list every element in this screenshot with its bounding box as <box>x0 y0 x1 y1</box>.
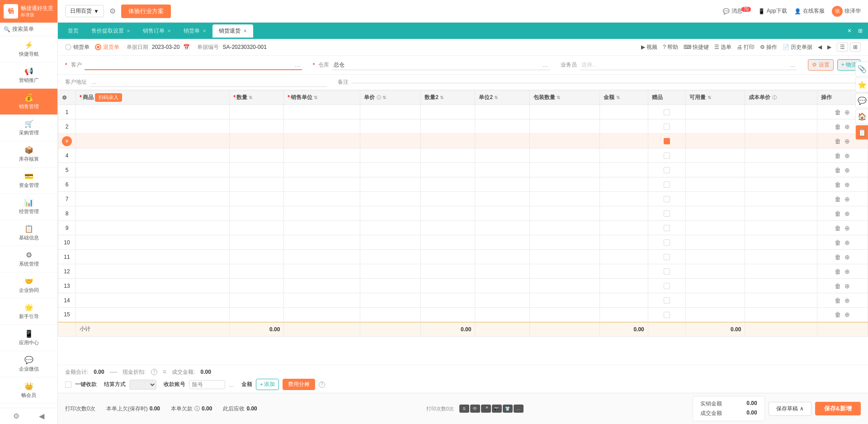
delete-row-1[interactable]: 🗑 <box>834 108 842 117</box>
product-cell-4[interactable] <box>76 148 230 163</box>
delete-row-13[interactable]: 🗑 <box>834 281 842 291</box>
unit-cell-1[interactable] <box>284 105 360 119</box>
cost-cell-3[interactable] <box>745 134 817 148</box>
right-panel-orange[interactable]: 📋 <box>855 125 868 140</box>
tab-close-sales-return[interactable]: ✕ <box>243 29 247 33</box>
sort-icon-avail[interactable]: ⇅ <box>708 95 711 100</box>
select-bill-btn[interactable]: ☰ 选单 <box>714 43 731 51</box>
history-btn[interactable]: 📄 历史单据 <box>783 43 812 51</box>
price-cell-3[interactable] <box>360 134 421 148</box>
right-panel-attach[interactable]: 📎 <box>855 62 868 76</box>
shortcut-btn[interactable]: ⌨ 快捷键 <box>684 43 709 51</box>
info-icon-price[interactable]: ⓘ <box>377 95 381 100</box>
avail-cell-2[interactable] <box>686 119 745 134</box>
amount-cell-3[interactable] <box>600 134 648 148</box>
add-row-btn[interactable]: + <box>62 136 72 146</box>
operate-btn[interactable]: ⚙ 操作 <box>760 43 777 51</box>
tab-sales-bill[interactable]: 销货单 ✕ <box>177 24 212 38</box>
tab-home[interactable]: 首页 <box>61 24 85 38</box>
price-cell-1[interactable] <box>360 105 421 119</box>
user-avatar[interactable]: 徐 徐泽华 <box>832 6 861 17</box>
sidebar-item-quick-nav[interactable]: ⚡ 快捷导航 <box>0 36 57 62</box>
settings-footer-icon[interactable]: ⚙ <box>13 412 19 420</box>
collapse-icon[interactable]: ◀ <box>39 412 44 420</box>
delete-row-6[interactable]: 🗑 <box>834 180 842 189</box>
copy-row-3[interactable]: ⊕ <box>844 137 851 146</box>
next-bill-btn[interactable]: ▶ <box>827 44 831 50</box>
delete-row-10[interactable]: 🗑 <box>834 238 842 247</box>
amount-cell-2[interactable] <box>600 119 648 134</box>
right-panel-chat[interactable]: 💬 <box>855 93 868 108</box>
delete-row-2[interactable]: 🗑 <box>834 122 842 131</box>
tab-price-extract[interactable]: 售价提取设置 ✕ <box>85 24 137 38</box>
radio-sale[interactable]: 销货单 <box>65 43 90 51</box>
account-input[interactable] <box>189 380 225 389</box>
tab-close-sales-order[interactable]: ✕ <box>167 29 171 33</box>
sort-icon[interactable]: ⇅ <box>249 95 252 100</box>
sort-icon-pkg[interactable]: ⇅ <box>557 95 560 100</box>
tab-close-sales-bill[interactable]: ✕ <box>203 29 206 33</box>
scan-btn[interactable]: 扫码录入 <box>95 93 122 102</box>
right-panel-star[interactable]: ⭐ <box>855 77 868 92</box>
gift-cell-2[interactable] <box>648 119 686 134</box>
copy-row-9[interactable]: ⊕ <box>844 224 851 233</box>
sort-icon-unit[interactable]: ⇅ <box>314 95 317 100</box>
sidebar-item-collab[interactable]: 🤝 企业协同 <box>0 272 57 299</box>
sidebar-item-finance[interactable]: 💳 资金管理 <box>0 167 57 194</box>
info-icon-cost[interactable]: ⓘ <box>772 95 777 100</box>
product-input-3[interactable] <box>80 138 226 144</box>
sort-icon-qty2[interactable]: ⇅ <box>440 95 443 100</box>
delete-row-11[interactable]: 🗑 <box>834 252 842 262</box>
delete-row-15[interactable]: 🗑 <box>834 310 842 319</box>
one-click-checkbox[interactable] <box>65 381 71 388</box>
product-cell-3[interactable] <box>76 134 230 148</box>
staff-input[interactable]: 选择... ... <box>580 60 797 70</box>
copy-row-1[interactable]: ⊕ <box>844 108 851 117</box>
delete-row-3[interactable]: 🗑 <box>834 137 842 146</box>
tab-close-price-extract[interactable]: ✕ <box>127 29 130 33</box>
warehouse-input[interactable]: 总仓 ... <box>332 60 549 70</box>
delete-row-5[interactable]: 🗑 <box>834 166 842 175</box>
sidebar-item-basic-info[interactable]: 📋 基础信息 <box>0 220 57 246</box>
message-btn[interactable]: 💬 消息 70 <box>723 7 751 15</box>
save-draft-btn[interactable]: 保存草稿 ∧ <box>769 402 811 416</box>
tab-sales-return[interactable]: 销货退货 ✕ <box>212 24 253 38</box>
copy-row-4[interactable]: ⊕ <box>844 151 851 160</box>
sort-icon-unit2[interactable]: ⇅ <box>494 95 498 100</box>
qty-cell-1[interactable] <box>230 105 284 119</box>
copy-row-6[interactable]: ⊕ <box>844 180 851 189</box>
account-dots[interactable]: ... <box>229 381 234 388</box>
grid-view-btn[interactable]: ☰ <box>837 43 848 52</box>
unit2-cell-2[interactable] <box>475 119 529 134</box>
pkg-cell-1[interactable] <box>529 105 599 119</box>
delete-row-4[interactable]: 🗑 <box>834 151 842 160</box>
sidebar-item-vip[interactable]: 👑 畅会员 <box>0 377 57 404</box>
unit2-cell-1[interactable] <box>475 105 529 119</box>
trial-btn[interactable]: 体验行业方案 <box>121 5 171 18</box>
qty-cell-2[interactable] <box>230 119 284 134</box>
copy-row-11[interactable]: ⊕ <box>844 252 851 262</box>
sidebar-item-sales[interactable]: 💰 销售管理 <box>0 89 57 115</box>
debit-help[interactable]: ⓘ <box>194 405 200 413</box>
qty2-cell-1[interactable] <box>421 105 475 119</box>
sidebar-item-wechat[interactable]: 💬 企业微信 <box>0 351 57 377</box>
sort-icon-amount[interactable]: ⇅ <box>616 95 620 100</box>
delete-row-8[interactable]: 🗑 <box>834 209 842 218</box>
help-btn[interactable]: ? 帮助 <box>663 43 678 51</box>
sidebar-item-operations[interactable]: 📊 经营管理 <box>0 194 57 220</box>
prev-bill-btn[interactable]: ◀ <box>818 44 822 50</box>
amount-cell-1[interactable] <box>600 105 648 119</box>
customer-input[interactable]: ... <box>85 60 302 70</box>
setting-btn[interactable]: ⚙ 设置 <box>808 59 833 71</box>
table-container[interactable]: ⚙ *商品 扫码录入 *数量 ⇅ *销售单位 <box>58 90 868 365</box>
avail-cell-1[interactable] <box>686 105 745 119</box>
save-new-btn[interactable]: 保存&新增 <box>815 402 861 415</box>
avail-cell-3[interactable] <box>686 134 745 148</box>
qty2-cell-3[interactable] <box>421 134 475 148</box>
qty2-cell-2[interactable] <box>421 119 475 134</box>
video-btn[interactable]: ▶ 视频 <box>641 43 657 51</box>
copy-row-10[interactable]: ⊕ <box>844 238 851 247</box>
expense-btn[interactable]: 费用分摊 <box>283 379 315 390</box>
sort-icon-price[interactable]: ⇅ <box>382 95 386 100</box>
gift-cell-1[interactable] <box>648 105 686 119</box>
